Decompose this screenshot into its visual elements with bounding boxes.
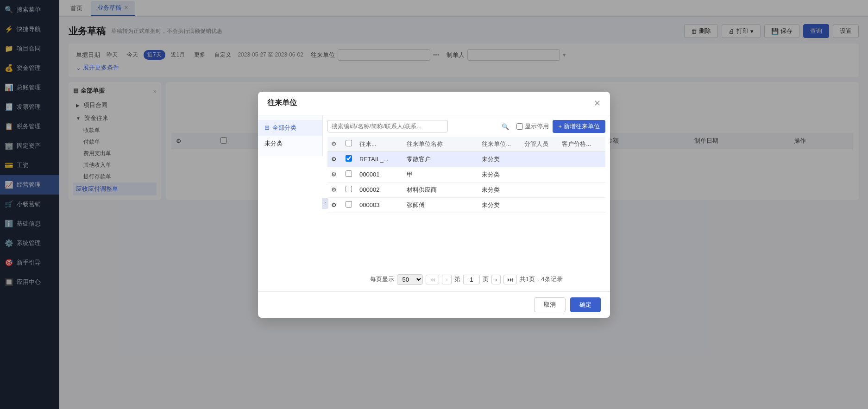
- page-label2: 页: [483, 275, 489, 283]
- table-row[interactable]: ⚙ RETAIL_... 零散客户 未分类: [327, 151, 605, 167]
- modal-col-category: 往来单位...: [478, 137, 521, 152]
- row-code: 000001: [356, 167, 403, 182]
- add-partner-label: 新增往来单位: [564, 122, 600, 131]
- table-row[interactable]: ⚙ 000003 张師傅 未分类: [327, 197, 605, 213]
- modal-overlay: 往来单位 ✕ ⊞ 全部分类 未分类 ‹: [0, 0, 868, 409]
- row-check[interactable]: [342, 167, 356, 182]
- modal-col-code: 往来...: [356, 137, 403, 152]
- row-assign: [521, 182, 558, 197]
- next-page-btn[interactable]: ›: [491, 275, 501, 284]
- modal-sidebar-unclassified[interactable]: 未分类: [258, 136, 322, 151]
- row-check[interactable]: [342, 182, 356, 197]
- modal-title: 往来单位: [267, 98, 297, 108]
- modal-sidebar-all-label: 全部分类: [272, 124, 296, 132]
- table-row[interactable]: ⚙ 000002 材料供应商 未分类: [327, 182, 605, 197]
- row-category: 未分类: [478, 151, 521, 167]
- last-page-btn[interactable]: ⏭: [503, 275, 517, 284]
- page-number-input[interactable]: [463, 275, 480, 284]
- page-size-select[interactable]: 10 20 50 100: [397, 274, 423, 285]
- row-code: RETAIL_...: [356, 151, 403, 167]
- grid-all-icon: ⊞: [264, 124, 270, 131]
- table-row[interactable]: ⚙ 000001 甲 未分类: [327, 167, 605, 182]
- modal-body: ⊞ 全部分类 未分类 ‹ 🔍: [258, 115, 610, 291]
- confirm-button[interactable]: 确定: [570, 297, 601, 312]
- add-icon: +: [558, 123, 562, 130]
- row-check[interactable]: [342, 151, 356, 167]
- modal-col-price: 客户价格...: [558, 137, 605, 152]
- modal-toolbar: 🔍 显示停用 + 新增往来单位: [327, 120, 605, 133]
- page-label: 第: [454, 275, 460, 283]
- row-category: 未分类: [478, 167, 521, 182]
- show-disabled-wrap: 显示停用: [516, 122, 549, 131]
- modal-table-wrap: ⚙ 往来... 往来单位名称 往来单位... 分管人员 客户价格... ⚙: [327, 137, 605, 270]
- search-icon[interactable]: 🔍: [502, 123, 509, 130]
- row-code: 000003: [356, 197, 403, 213]
- modal-table-body: ⚙ RETAIL_... 零散客户 未分类 ⚙ 000001 甲 未分类 ⚙ 0…: [327, 151, 605, 213]
- row-price: [558, 182, 605, 197]
- first-page-btn[interactable]: ⏮: [426, 275, 439, 284]
- partner-search-input[interactable]: [327, 120, 448, 132]
- modal-sidebar: ⊞ 全部分类 未分类: [258, 115, 323, 156]
- modal-col-check: [342, 137, 356, 152]
- row-price: [558, 197, 605, 213]
- show-disabled-label: 显示停用: [525, 122, 549, 131]
- row-category: 未分类: [478, 182, 521, 197]
- modal-close-btn[interactable]: ✕: [594, 98, 601, 108]
- row-gear: ⚙: [327, 167, 342, 182]
- row-name: 张師傅: [403, 197, 478, 213]
- row-gear: ⚙: [327, 182, 342, 197]
- cancel-button[interactable]: 取消: [534, 297, 566, 312]
- row-assign: [521, 197, 558, 213]
- modal-sidebar-unclassified-label: 未分类: [264, 139, 283, 148]
- collapse-sidebar-btn[interactable]: ‹: [322, 198, 328, 209]
- row-assign: [521, 167, 558, 182]
- modal-partner-table: ⚙ 往来... 往来单位名称 往来单位... 分管人员 客户价格... ⚙: [327, 137, 605, 213]
- modal-col-name: 往来单位名称: [403, 137, 478, 152]
- modal-table-header: ⚙ 往来... 往来单位名称 往来单位... 分管人员 客户价格...: [327, 137, 605, 152]
- modal-col-assign: 分管人员: [521, 137, 558, 152]
- row-gear: ⚙: [327, 197, 342, 213]
- row-check[interactable]: [342, 197, 356, 213]
- row-price: [558, 167, 605, 182]
- row-assign: [521, 151, 558, 167]
- search-input-wrap: 🔍: [327, 120, 513, 132]
- prev-page-btn[interactable]: ‹: [442, 275, 451, 284]
- row-name: 甲: [403, 167, 478, 182]
- row-name: 零散客户: [403, 151, 478, 167]
- modal-select-all[interactable]: [346, 140, 352, 146]
- add-partner-button[interactable]: + 新增往来单位: [553, 120, 605, 133]
- total-info: 共1页，4条记录: [520, 275, 562, 283]
- show-disabled-checkbox[interactable]: [516, 123, 523, 130]
- modal-col-gear: ⚙: [327, 137, 342, 152]
- modal-header: 往来单位 ✕: [258, 92, 610, 115]
- row-code: 000002: [356, 182, 403, 197]
- row-name: 材料供应商: [403, 182, 478, 197]
- modal-sidebar-wrap: ⊞ 全部分类 未分类 ‹: [258, 115, 323, 291]
- modal-sidebar-all[interactable]: ⊞ 全部分类: [258, 120, 322, 136]
- row-gear: ⚙: [327, 151, 342, 167]
- page-size-label: 每页显示: [370, 275, 394, 283]
- modal-footer: 取消 确定: [258, 291, 610, 318]
- partner-modal: 往来单位 ✕ ⊞ 全部分类 未分类 ‹: [258, 92, 610, 318]
- modal-pagination: 每页显示 10 20 50 100 ⏮ ‹ 第 页 › ⏭ 共1页，4条记录: [327, 270, 605, 287]
- modal-main: 🔍 显示停用 + 新增往来单位: [323, 115, 610, 291]
- row-price: [558, 151, 605, 167]
- row-category: 未分类: [478, 197, 521, 213]
